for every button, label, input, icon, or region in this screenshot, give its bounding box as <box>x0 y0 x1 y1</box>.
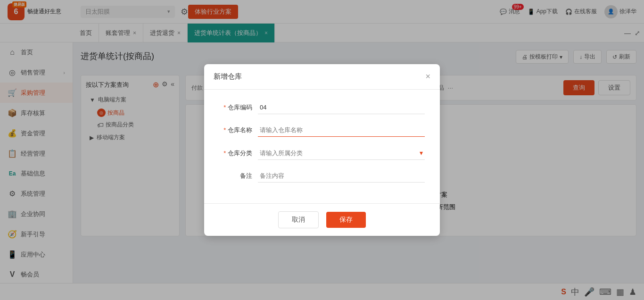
modal-cancel-button[interactable]: 取消 <box>278 211 319 228</box>
modal-field-warehouse-name: 仓库名称 <box>219 124 425 137</box>
warehouse-name-input[interactable] <box>258 124 425 137</box>
warehouse-category-input[interactable] <box>260 150 420 157</box>
remark-label: 备注 <box>219 172 252 180</box>
modal-save-button[interactable]: 保存 <box>326 212 366 228</box>
modal-footer: 取消 保存 <box>204 203 440 236</box>
warehouse-code-label: 仓库编码 <box>219 103 252 112</box>
select-arrow-icon: ▾ <box>420 149 423 157</box>
modal-overlay: 新增仓库 × 仓库编码 仓库名称 仓库分类 ▾ <box>0 0 644 300</box>
modal-body: 仓库编码 仓库名称 仓库分类 ▾ 备注 <box>204 90 440 203</box>
modal-field-remark: 备注 <box>219 169 425 183</box>
modal-field-warehouse-code: 仓库编码 <box>219 101 425 114</box>
modal-close-button[interactable]: × <box>425 72 430 82</box>
modal-field-warehouse-category: 仓库分类 ▾ <box>219 146 425 160</box>
warehouse-code-input[interactable] <box>258 101 425 114</box>
warehouse-name-label: 仓库名称 <box>219 126 252 134</box>
warehouse-category-label: 仓库分类 <box>219 149 252 158</box>
remark-input[interactable] <box>258 169 425 183</box>
modal-title: 新增仓库 <box>214 72 242 81</box>
modal-header: 新增仓库 × <box>204 64 440 90</box>
modal-add-warehouse: 新增仓库 × 仓库编码 仓库名称 仓库分类 ▾ <box>204 64 440 236</box>
warehouse-category-select[interactable]: ▾ <box>258 146 425 160</box>
